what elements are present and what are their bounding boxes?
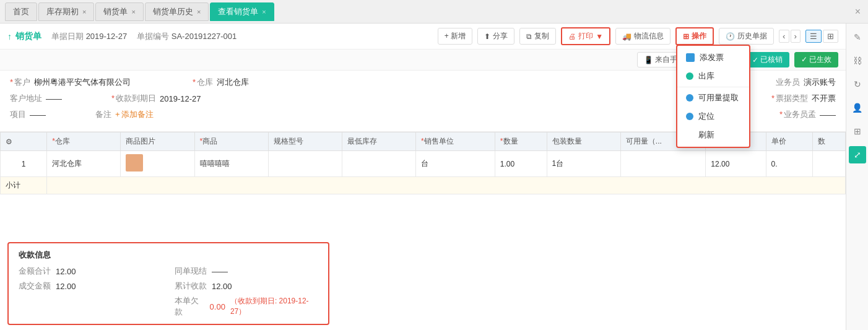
- tab-home[interactable]: 首页: [5, 2, 37, 21]
- history-button[interactable]: 🕐 历史单据: [719, 28, 774, 45]
- menu-refresh[interactable]: 刷新: [677, 126, 749, 144]
- subtotal-label: 小计: [1, 177, 47, 194]
- tab-sales[interactable]: 销货单 ×: [95, 2, 143, 21]
- tab-inventory-close[interactable]: ×: [82, 8, 86, 15]
- tab-check-sales-label: 查看销货单: [218, 6, 258, 17]
- operate-label: 操作: [692, 31, 706, 41]
- payment-right: 同单现结 —— 累计收款 12.00 本单欠款 0.00 （收款到期日: 201…: [175, 266, 318, 318]
- sidebar-link-icon[interactable]: ⛓: [849, 52, 866, 69]
- add-invoice-icon: [686, 53, 695, 62]
- col-settings: ⚙: [1, 132, 47, 151]
- total-amount-value: 12.00: [56, 267, 76, 276]
- view-icons: ☰ ⊞: [805, 30, 838, 43]
- customer-label: 客户: [10, 77, 30, 88]
- nav-next[interactable]: ›: [791, 30, 801, 43]
- copy-label: 复制: [534, 31, 549, 41]
- sidebar-user-icon[interactable]: 👤: [849, 99, 866, 116]
- same-order-value: ——: [212, 267, 228, 276]
- due-note: （收款到期日: 2019-12-27）: [230, 296, 318, 317]
- content-area: ↑ 销货单 单据日期 2019-12-27 单据编号 SA-20191227-0…: [0, 24, 846, 330]
- tab-sales-history-label: 销货单历史: [153, 6, 193, 17]
- row-no: 1: [1, 151, 47, 177]
- print-label: 打印: [578, 31, 593, 41]
- col-more: 数: [812, 132, 845, 151]
- tab-sales-history-close[interactable]: ×: [197, 8, 201, 15]
- due-value: 0.00: [210, 302, 225, 311]
- ticket-label: 票据类型: [771, 93, 808, 104]
- col-min-stock: 最低库存: [342, 132, 415, 151]
- menu-locate[interactable]: 定位: [677, 107, 749, 126]
- subtotal-empty: [47, 177, 846, 194]
- effective-button[interactable]: ✓ 已生效: [794, 52, 838, 67]
- copy-icon: ⧉: [526, 32, 532, 41]
- view-list[interactable]: ☰: [805, 30, 822, 43]
- outbound-icon: [686, 72, 693, 80]
- nav-arrows: ‹ ›: [779, 30, 801, 43]
- logistics-icon: 🚚: [622, 32, 631, 41]
- row-product: 嘻嘻嘻嘻: [194, 151, 268, 177]
- copy-button[interactable]: ⧉ 复制: [519, 28, 556, 45]
- history-label: 历史单据: [737, 31, 767, 41]
- col-product: *商品: [194, 132, 268, 151]
- total-amount-row: 金额合计 12.00: [19, 266, 162, 277]
- logistics-label: 物流信息: [634, 31, 664, 41]
- table-row: 1 河北仓库 嘻嘻嘻嘻 台 1.00 1台 12.00 0.: [1, 151, 846, 177]
- salesperson-label: 业务员: [776, 77, 800, 88]
- effective-label: 已生效: [809, 55, 831, 64]
- tab-bar: 首页 库存期初 × 销货单 × 销货单历史 × 查看销货单 × ×: [0, 0, 868, 24]
- available-pickup-icon: [686, 94, 693, 102]
- doc-type-label: 销货单: [15, 31, 41, 42]
- col-unit-price: 单价: [766, 132, 812, 151]
- salesperson-value: 演示账号: [804, 77, 836, 88]
- tab-sales-history[interactable]: 销货单历史 ×: [145, 2, 209, 21]
- col-product-img: 商品图片: [121, 132, 194, 151]
- locate-label: 定位: [698, 111, 714, 122]
- row-pack-qty: 1台: [547, 151, 620, 177]
- due-date-field: 收款到期日 2019-12-27: [111, 93, 201, 104]
- sidebar-table-icon[interactable]: ⊞: [849, 123, 866, 140]
- row-available: [620, 151, 706, 177]
- staff-label: 业务员孟: [779, 109, 816, 120]
- col-spec: 规格型号: [268, 132, 342, 151]
- tab-sales-close[interactable]: ×: [131, 8, 135, 15]
- col-quantity: *数量: [495, 132, 547, 151]
- new-button[interactable]: + 新增: [438, 28, 472, 45]
- staff-value: ——: [820, 110, 836, 119]
- sidebar-expand-icon[interactable]: ⤢: [849, 146, 866, 163]
- row-current-stock: 12.00: [706, 151, 766, 177]
- payment-left: 金额合计 12.00 成交金额 12.00: [19, 266, 162, 318]
- tab-inventory[interactable]: 库存期初 ×: [38, 2, 94, 21]
- due-date-value: 2019-12-27: [160, 94, 201, 103]
- note-add-button[interactable]: 添加备注: [115, 109, 154, 120]
- address-field: 客户地址 ——: [10, 93, 62, 104]
- new-label: + 新增: [445, 31, 466, 41]
- share-button[interactable]: ⬆ 分享: [477, 28, 514, 45]
- sidebar-refresh-icon[interactable]: ↻: [849, 76, 866, 93]
- nav-prev[interactable]: ‹: [779, 30, 789, 43]
- col-unit: *销售单位: [416, 132, 495, 151]
- available-pickup-label: 可用量提取: [698, 92, 739, 103]
- share-label: 分享: [493, 31, 508, 41]
- close-all-icon[interactable]: ×: [853, 4, 863, 20]
- note-label: 备注: [95, 109, 111, 120]
- tab-check-sales-close[interactable]: ×: [262, 8, 266, 15]
- cumulative-value: 12.00: [212, 282, 232, 291]
- no-label: 单据编号: [137, 32, 169, 41]
- menu-add-invoice[interactable]: 添发票: [677, 48, 749, 67]
- toolbar-right: + 新增 ⬆ 分享 ⧉ 复制 🖨 打印 ▼ 🚚 物流信息: [438, 27, 838, 45]
- menu-available-pickup[interactable]: 可用量提取: [677, 89, 749, 107]
- same-order-row: 同单现结 ——: [175, 266, 318, 277]
- print-button[interactable]: 🖨 打印 ▼: [561, 27, 610, 45]
- sidebar-edit-icon[interactable]: ✎: [849, 28, 866, 46]
- effective-icon: ✓: [801, 55, 807, 64]
- verified-button[interactable]: ✓ 已核销: [745, 52, 789, 67]
- tab-sales-label: 销货单: [103, 6, 128, 17]
- menu-outbound[interactable]: 出库: [677, 67, 749, 85]
- row-product-img: [121, 151, 194, 177]
- tab-check-sales[interactable]: 查看销货单 ×: [210, 2, 274, 21]
- operate-button[interactable]: ⊞ 操作: [675, 27, 714, 45]
- subtotal-row: 小计: [1, 177, 846, 194]
- share-icon: ⬆: [484, 32, 490, 41]
- logistics-button[interactable]: 🚚 物流信息: [615, 28, 671, 45]
- view-grid[interactable]: ⊞: [823, 30, 838, 43]
